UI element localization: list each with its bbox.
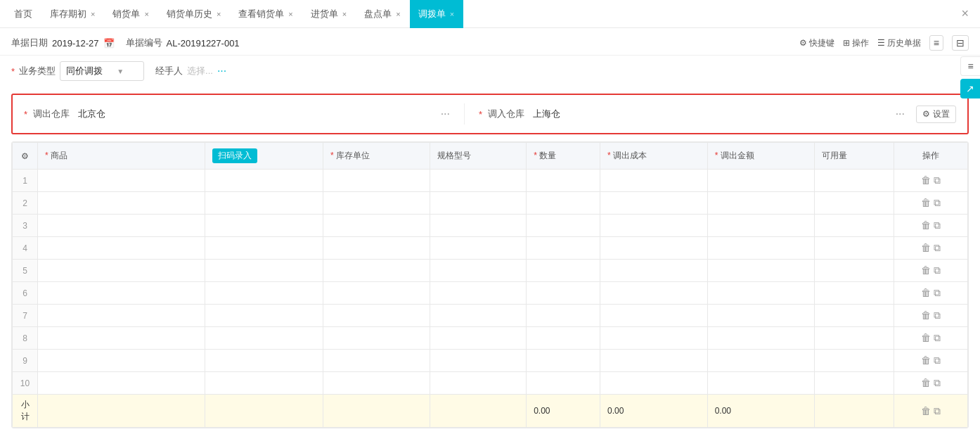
cell-amount[interactable] xyxy=(707,350,815,372)
cell-unit[interactable] xyxy=(323,215,430,237)
out-wh-more-btn[interactable]: ··· xyxy=(441,108,450,120)
history-btn[interactable]: ☰ 历史单据 xyxy=(877,37,921,49)
cell-product[interactable] xyxy=(38,237,205,260)
cell-cost[interactable] xyxy=(600,372,708,395)
cell-qty[interactable] xyxy=(527,260,600,282)
cell-unit[interactable] xyxy=(323,260,430,282)
tab-close-view-sales[interactable]: × xyxy=(288,10,292,18)
cell-unit[interactable] xyxy=(323,372,430,395)
cell-available[interactable] xyxy=(815,282,894,305)
warehouse-settings-btn[interactable]: ⚙ 设置 xyxy=(916,106,956,123)
cell-unit[interactable] xyxy=(323,305,430,327)
scan-btn[interactable]: 扫码录入 xyxy=(212,148,257,163)
cell-product[interactable] xyxy=(38,282,205,305)
col-gear[interactable]: ⚙ xyxy=(13,143,38,170)
cell-cost[interactable] xyxy=(600,350,708,372)
cell-spec[interactable] xyxy=(430,237,527,260)
cell-qty[interactable] xyxy=(527,237,600,260)
out-wh-value[interactable]: 北京仓 xyxy=(78,108,105,120)
cell-spec[interactable] xyxy=(430,327,527,350)
cell-product[interactable] xyxy=(38,260,205,282)
tab-close-sales-order[interactable]: × xyxy=(144,10,148,18)
cell-spec[interactable] xyxy=(430,350,527,372)
layout-btn-1[interactable]: ≡ xyxy=(929,35,943,51)
sidebar-export-btn[interactable]: ↗ xyxy=(960,79,980,98)
cell-spec[interactable] xyxy=(430,282,527,305)
tab-view-sales[interactable]: 查看销货单 × xyxy=(230,0,302,28)
copy-icon[interactable]: ⧉ xyxy=(934,405,941,416)
copy-icon[interactable]: ⧉ xyxy=(934,174,941,186)
tab-sales-history[interactable]: 销货单历史 × xyxy=(158,0,230,28)
cell-unit[interactable] xyxy=(323,237,430,260)
tab-home[interactable]: 首页 xyxy=(6,0,41,28)
cell-product[interactable] xyxy=(38,215,205,237)
cell-product[interactable] xyxy=(38,170,205,192)
cell-spec[interactable] xyxy=(430,170,527,192)
copy-icon[interactable]: ⧉ xyxy=(934,377,941,388)
cell-amount[interactable]: 0.00 xyxy=(707,395,815,428)
cell-available[interactable] xyxy=(815,372,894,395)
cell-amount[interactable] xyxy=(707,282,815,305)
copy-icon[interactable]: ⧉ xyxy=(934,197,941,208)
operation-btn[interactable]: ⊞ 操作 xyxy=(843,37,869,49)
cell-available[interactable] xyxy=(815,215,894,237)
cell-spec[interactable] xyxy=(430,395,527,428)
delete-icon[interactable]: 🗑 xyxy=(921,174,931,186)
delete-icon[interactable]: 🗑 xyxy=(921,197,931,208)
cell-amount[interactable] xyxy=(707,192,815,215)
tab-sales-order[interactable]: 销货单 × xyxy=(104,0,157,28)
calendar-icon[interactable]: 📅 xyxy=(103,38,115,49)
cell-available[interactable] xyxy=(815,395,894,428)
delete-icon[interactable]: 🗑 xyxy=(921,405,931,416)
tab-close-inventory-count[interactable]: × xyxy=(396,10,400,18)
cell-cost[interactable] xyxy=(600,327,708,350)
delete-icon[interactable]: 🗑 xyxy=(921,332,931,343)
delete-icon[interactable]: 🗑 xyxy=(921,355,931,366)
cell-unit[interactable] xyxy=(323,327,430,350)
tab-transfer-order[interactable]: 调拨单 × xyxy=(410,0,463,28)
copy-icon[interactable]: ⧉ xyxy=(934,332,941,343)
cell-product[interactable] xyxy=(38,350,205,372)
cell-cost[interactable]: 0.00 xyxy=(600,395,708,428)
cell-amount[interactable] xyxy=(707,170,815,192)
copy-icon[interactable]: ⧉ xyxy=(934,219,941,231)
cell-qty[interactable] xyxy=(527,215,600,237)
copy-icon[interactable]: ⧉ xyxy=(934,265,941,276)
cell-available[interactable] xyxy=(815,237,894,260)
layout-btn-2[interactable]: ⊟ xyxy=(952,35,969,51)
copy-icon[interactable]: ⧉ xyxy=(934,310,941,321)
date-value[interactable]: 2019-12-27 xyxy=(52,38,99,49)
cell-available[interactable] xyxy=(815,170,894,192)
cell-product[interactable] xyxy=(38,327,205,350)
cell-qty[interactable] xyxy=(527,282,600,305)
tab-close-inventory-init[interactable]: × xyxy=(91,10,95,18)
delete-icon[interactable]: 🗑 xyxy=(921,287,931,298)
cell-qty[interactable] xyxy=(527,372,600,395)
sidebar-list-btn[interactable]: ≡ xyxy=(960,56,980,76)
cell-qty[interactable] xyxy=(527,170,600,192)
cell-available[interactable] xyxy=(815,305,894,327)
cell-product[interactable] xyxy=(38,372,205,395)
cell-amount[interactable] xyxy=(707,372,815,395)
cell-amount[interactable] xyxy=(707,237,815,260)
person-more-btn[interactable]: ··· xyxy=(217,65,226,77)
cell-product[interactable] xyxy=(38,192,205,215)
cell-cost[interactable] xyxy=(600,192,708,215)
cell-qty[interactable] xyxy=(527,327,600,350)
cell-unit[interactable] xyxy=(323,395,430,428)
business-type-select[interactable]: 同价调拨 ▼ xyxy=(60,61,144,81)
cell-cost[interactable] xyxy=(600,215,708,237)
tab-close-purchase-order[interactable]: × xyxy=(342,10,347,18)
delete-icon[interactable]: 🗑 xyxy=(921,377,931,388)
tab-inventory-count[interactable]: 盘点单 × xyxy=(356,0,409,28)
tab-inventory-init[interactable]: 库存期初 × xyxy=(41,0,104,28)
cell-available[interactable] xyxy=(815,350,894,372)
cell-spec[interactable] xyxy=(430,215,527,237)
cell-amount[interactable] xyxy=(707,327,815,350)
cell-cost[interactable] xyxy=(600,260,708,282)
tab-purchase-order[interactable]: 进货单 × xyxy=(302,0,356,28)
cell-cost[interactable] xyxy=(600,237,708,260)
cell-amount[interactable] xyxy=(707,260,815,282)
cell-available[interactable] xyxy=(815,260,894,282)
tab-close-sales-history[interactable]: × xyxy=(217,10,221,18)
